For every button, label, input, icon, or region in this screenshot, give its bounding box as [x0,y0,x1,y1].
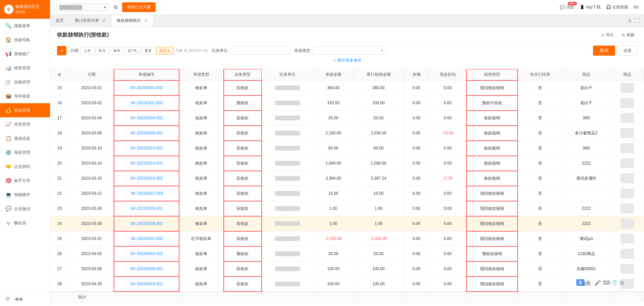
sidebar-nav: 🔍 搜索菜单 🏠 快捷导航 📢 营销推广 📊 销售管理 🛒 采购管理 📦 库存核… [0,19,50,291]
last-7days-btn[interactable]: 近7天 [125,47,140,55]
app-download-button[interactable]: 📱 App下载 [580,4,601,10]
sidebar-item-hardware[interactable]: 💻 智能硬件 [0,188,50,202]
voucher-no-link[interactable]: SK-20230403-002 [130,251,163,256]
row-product2 [610,246,644,261]
custom-date-btn[interactable]: 自定义 [156,47,173,55]
row-counterpart: ████ [262,246,314,261]
sidebar-item-base[interactable]: 📋 基础信息 [0,131,50,145]
more-date-btn[interactable]: 更多 [142,47,155,55]
table-row[interactable]: 28 2023-04-18 SK-20230418-001 收款单 应收款 ██… [50,277,644,292]
sidebar-item-member[interactable]: V 畅会员 [0,216,50,230]
last-month-btn[interactable]: 上月 [80,47,94,55]
table-row[interactable]: 23 2023-03-28 SK-20230328-001 收款单 应收款 ██… [50,201,644,216]
table-row[interactable]: 26 2023-04-03 SK-20230403-002 收款单 预收款 ██… [50,246,644,261]
sidebar-item-marketing[interactable]: 📢 营销推广 [0,47,50,61]
voucher-no-link[interactable]: SK-20230328-002 [130,221,163,226]
table-row[interactable]: 27 2023-04-08 SK-20230408-001 收款单 应收款 ██… [50,261,644,277]
voucher-no-link[interactable]: SK-20230321-003 [130,191,163,196]
voucher-type-select[interactable]: ▾ [312,47,386,55]
maximize-tab-icon[interactable]: ⛶ [635,18,640,24]
tab-collection[interactable]: 收款核销执行✕ [111,15,153,26]
sidebar-label-member: 畅会员 [14,220,26,226]
sidebar-item-wechat[interactable]: 💬 企业微信 [0,202,50,216]
filter-expand-button[interactable]: » [57,46,66,55]
table-row[interactable]: 20 2023-03-14 SK-20230314-001 收款单 应收款 ██… [50,156,644,171]
row-voucher-no: SK-20230301-002 [114,80,179,96]
tab-home[interactable]: 首页 [50,15,69,26]
table-row[interactable]: 22 2023-03-21 SK-20230321-003 收款单 应收款 ██… [50,186,644,201]
page-header: 收款核销执行(按收款) ↗ 导出 ↻ 刷新 [50,27,644,42]
row-voucher-no: SK-20230308-001 [114,126,179,141]
this-year-btn[interactable]: 本年 [110,47,123,55]
online-service-button[interactable]: 🎧 在线客服 [606,4,628,10]
sidebar-collapse-icon[interactable]: ◀◀ [14,296,22,302]
row-date: 2023-04-08 [69,261,114,277]
tab-prepay[interactable]: 预计应应付单✕ [69,15,111,26]
tab-close-collection[interactable]: ✕ [144,18,148,23]
page-title: 收款核销执行(按收款) [57,32,109,39]
sidebar-item-guide[interactable]: 🎯 新手引导 [0,174,50,188]
user-account[interactable]: Rit [634,5,639,10]
topbar-gear-icon[interactable]: ⚙ [112,3,119,12]
table-row[interactable]: 18 2023-03-08 SK-20230308-001 收款单 应收款 ██… [50,126,644,141]
table-row[interactable]: 17 2023-03-04 SK-20230304-001 收款单 应收款 ██… [50,111,644,126]
sidebar-item-system[interactable]: ⚙️ 系统管理 [0,145,50,160]
expand-more-link[interactable]: ∨ 展开更多条件 [333,58,361,63]
close-tab-icon[interactable]: ✕ [628,17,632,24]
topbar: ████████ ▾ ⚙ 体验行业方案 💬 消息 99+ 📱 App下载 🎧 在… [50,0,644,15]
topbar-app-dropdown[interactable]: ████████ ▾ [56,3,109,11]
table-row[interactable]: 16 2023-03-02 SK-20230302-002 收款单 预收款 ██… [50,96,644,111]
export-button[interactable]: ↗ 导出 [598,31,616,39]
main-content: ████████ ▾ ⚙ 体验行业方案 💬 消息 99+ 📱 App下载 🎧 在… [50,0,644,306]
voucher-no-link[interactable]: SK-20230331-002 [130,236,163,241]
sidebar-label-search: 搜索菜单 [14,23,30,29]
voucher-no-link[interactable]: SK-20230308-001 [130,131,163,135]
sidebar-item-corp[interactable]: 🤝 企业协同 [0,160,50,174]
sidebar-item-operation[interactable]: 📈 经营管理 [0,117,50,131]
table-row[interactable]: 21 2023-03-15 SK-20230315-002 收款单 应收款 ██… [50,171,644,186]
voucher-no-link[interactable]: SK-20230304-001 [130,116,163,120]
footer-counterpart [262,292,314,303]
table-row[interactable]: 15 2023-03-01 SK-20230301-002 收款单 应收款 ██… [50,80,644,96]
row-balance: 0.00 [404,96,429,111]
this-month-btn[interactable]: 本月 [95,47,109,55]
voucher-no-link[interactable]: SK-20230418-001 [130,282,163,286]
query-button[interactable]: 查询 [593,46,615,56]
row-amount: 1,000.00 [314,156,353,171]
tab-close-prepay[interactable]: ✕ [102,18,106,23]
table-row[interactable]: 19 2023-03-10 SK-20230310-001 收款单 应收款 ██… [50,141,644,156]
voucher-no-link[interactable]: SK-20230314-001 [130,161,163,166]
row-balance: 0.00 [404,246,429,261]
voucher-no-link[interactable]: SK-20230315-002 [130,176,163,181]
col-settings-header[interactable]: ⚙ [50,69,69,80]
table-row[interactable]: 25 2023-03-31 SK-20230331-002 红字收款单 应收款 … [50,231,644,246]
solution-button[interactable]: 体验行业方案 [122,2,156,12]
row-voucher-type: 收款单 [179,80,224,96]
voucher-no-link[interactable]: SK-20230301-002 [130,85,163,90]
row-total-cancel: 3,387.24 [353,171,404,186]
voucher-no-link[interactable]: SK-20230302-002 [130,101,163,105]
table-row[interactable]: 24 2023-03-28 SK-20230328-002 收款单 应收款 ██… [50,216,644,231]
sidebar-item-finance[interactable]: 💰 资金管理 [0,103,50,117]
counterpart-select[interactable]: ... [230,47,290,55]
row-counterpart: ████ [262,126,314,141]
row-balance: 0.00 [404,216,429,231]
headset-icon: 🎧 [606,5,611,9]
voucher-no-link[interactable]: SK-20230408-001 [130,266,163,271]
row-total-cancel: 100.00 [353,277,404,292]
sidebar-item-search[interactable]: 🔍 搜索菜单 [0,19,50,33]
sidebar-item-sales[interactable]: 📊 销售管理 [0,61,50,75]
sidebar-item-quicknav[interactable]: 🏠 快捷导航 [0,33,50,47]
sidebar-settings-icon[interactable]: ⚙ [5,296,10,302]
row-balance: 0.00 [404,80,429,96]
message-button[interactable]: 💬 消息 99+ [560,4,574,10]
footer-cash-discount [429,292,467,303]
voucher-no-link[interactable]: SK-20230328-001 [130,206,163,211]
sidebar-item-purchase[interactable]: 🛒 采购管理 [0,75,50,89]
refresh-button[interactable]: ↻ 刷新 [619,31,637,39]
settings-button[interactable]: 设置 [618,46,637,56]
row-cash-discount: 0.00 [429,261,467,277]
voucher-no-link[interactable]: SK-20230310-001 [130,146,163,150]
row-product: 多计量商品2 [562,126,610,141]
sidebar-item-inventory[interactable]: 📦 库存核算 [0,89,50,103]
